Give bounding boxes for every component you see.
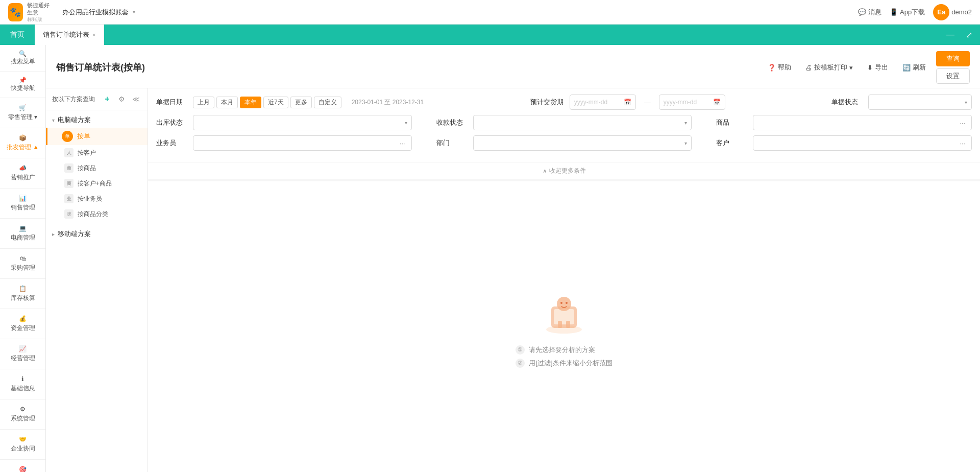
operations-label: 经营管理 (11, 354, 35, 363)
out-status-select[interactable]: ▾ (193, 115, 412, 130)
salesperson-select[interactable]: ··· (193, 135, 412, 151)
date-btn-this-year[interactable]: 本年 (240, 97, 261, 108)
marketing-icon: 📣 (19, 164, 27, 172)
date-placeholder-2: yyyy-mm-dd (664, 99, 697, 106)
page-actions: ❓ 帮助 🖨 按模板打印 ▾ ⬇ 导出 🔄 刷新 查询 (764, 51, 970, 84)
sidebar-item-operations[interactable]: 📈 经营管理 (0, 339, 45, 369)
print-dropdown-icon[interactable]: ▾ (849, 64, 853, 72)
sidebar-item-ecommerce[interactable]: 💻 电商管理 (0, 219, 45, 249)
header-right: 💬 消息 📱 App下载 Ea demo2 (858, 4, 972, 20)
goods-ellipsis[interactable]: ··· (958, 119, 967, 127)
salesperson-ellipsis[interactable]: ··· (398, 139, 407, 147)
query-button[interactable]: 查询 (936, 51, 970, 66)
export-btn[interactable]: ⬇ 导出 (863, 61, 892, 74)
receive-status-select[interactable]: ▾ (473, 115, 692, 130)
logo-text: 畅捷通好生意 标账版 (27, 2, 54, 23)
tab-close-icon[interactable]: × (92, 32, 95, 38)
date-btn-more[interactable]: 更多 (290, 97, 312, 108)
scheme-item-category[interactable]: 类 按商品分类 (46, 206, 148, 222)
settings-button[interactable]: 设置 (936, 68, 970, 84)
message-btn[interactable]: 💬 消息 (858, 8, 881, 17)
logo-area: 🐾 畅捷通好生意 标账版 (8, 2, 54, 23)
tip-num-2: ② (516, 359, 525, 368)
header-center: 办公用品行业模拟账套 ▾ (54, 8, 858, 17)
sidebar-item-sales[interactable]: 📊 销售管理 (0, 188, 45, 219)
expected-date-to[interactable]: yyyy-mm-dd 📅 (659, 95, 725, 110)
tab-home[interactable]: 首页 (0, 25, 35, 45)
sidebar-item-inventory[interactable]: 📋 库存核算 (0, 279, 45, 309)
sidebar-item-marketing[interactable]: 📣 营销推广 (0, 158, 45, 188)
filter-panel: 单据日期 上月 本月 本年 近7天 更多 自定义 2023-01-01 至 20… (148, 88, 980, 162)
receive-status-arrow: ▾ (684, 120, 687, 126)
scheme-pc-group[interactable]: ▾ 电脑端方案 (46, 112, 148, 128)
sidebar-item-retail[interactable]: 🛒 零售管理 ▾ (0, 98, 45, 128)
sidebar-item-purchase[interactable]: 🛍 采购管理 (0, 249, 45, 279)
scheme-item-salesperson[interactable]: 业 按业务员 (46, 191, 148, 206)
out-status-label: 出库状态 (156, 118, 187, 127)
export-label: 导出 (875, 63, 888, 72)
tab-bar: 首页 销售订单统计表 × — ⤢ (0, 25, 980, 45)
status-select[interactable]: ▾ (868, 95, 972, 110)
scheme-collapse-btn[interactable]: ≪ (130, 93, 141, 105)
department-select[interactable]: ▾ (473, 135, 692, 151)
sidebar-item-finance[interactable]: 💰 资金管理 (0, 309, 45, 339)
date-buttons: 上月 本月 本年 近7天 更多 自定义 (193, 97, 341, 108)
collapse-bar[interactable]: ∧ 收起更多条件 (148, 162, 980, 179)
sidebar-item-quicknav[interactable]: 📌 快捷导航 (0, 72, 45, 98)
maximize-btn[interactable]: ⤢ (962, 28, 976, 42)
calendar-icon-2[interactable]: 📅 (713, 99, 721, 106)
template-print-btn[interactable]: 🖨 按模板打印 ▾ (801, 61, 857, 74)
customer-scheme-label: 按客户 (78, 149, 96, 157)
date-btn-custom[interactable]: 自定义 (314, 97, 341, 108)
scheme-settings-btn[interactable]: ⚙ (116, 93, 127, 105)
sales-icon: 📊 (19, 195, 27, 202)
logo-icon: 🐾 (8, 3, 23, 21)
scheme-item-customer[interactable]: 人 按客户 (46, 145, 148, 160)
system-icon: ⚙ (20, 406, 26, 413)
sidebar-item-system[interactable]: ⚙ 系统管理 (0, 399, 45, 430)
tip-num-1: ① (516, 345, 525, 355)
finance-icon: 💰 (19, 315, 27, 322)
tab-sales-stats[interactable]: 销售订单统计表 × (35, 25, 104, 45)
empty-tip-1: ① 请先选择要分析的方案 (516, 345, 612, 355)
sidebar-item-basic-info[interactable]: ℹ 基础信息 (0, 369, 45, 399)
company-dropdown-icon[interactable]: ▾ (133, 9, 135, 15)
scheme-active-item[interactable]: 单 按单 (46, 128, 148, 145)
ecommerce-label: 电商管理 (11, 233, 35, 242)
date-btn-this-month[interactable]: 本月 (216, 97, 238, 108)
date-btn-7days[interactable]: 近7天 (263, 97, 288, 108)
calendar-icon-1[interactable]: 📅 (624, 99, 631, 106)
tip-text-2: 用[过滤]条件来缩小分析范围 (529, 359, 612, 368)
status-dropdown-icon: ▾ (965, 100, 967, 105)
customer-ellipsis[interactable]: ··· (958, 139, 967, 147)
sidebar-item-search[interactable]: 🔍 搜索菜单 (0, 45, 45, 72)
app-download-btn[interactable]: 📱 App下载 (890, 8, 925, 17)
scheme-item-customer-goods[interactable]: 商 按客户+商品 (46, 176, 148, 191)
goods-scheme-icon: 商 (64, 163, 74, 173)
sidebar-item-enterprise[interactable]: 🤝 企业协同 (0, 430, 45, 460)
scheme-add-btn[interactable]: + (102, 93, 113, 105)
purchase-icon: 🛍 (20, 255, 26, 262)
wholesale-icon: 📦 (19, 134, 27, 141)
basic-info-label: 基础信息 (11, 384, 35, 393)
customer-scheme-icon: 人 (64, 148, 74, 157)
date-btn-last-month[interactable]: 上月 (193, 97, 214, 108)
refresh-btn[interactable]: 🔄 刷新 (898, 61, 930, 74)
scheme-item-goods[interactable]: 商 按商品 (46, 160, 148, 176)
salesperson-scheme-icon: 业 (64, 194, 74, 203)
sidebar-item-wholesale[interactable]: 📦 批发管理 ▲ (0, 128, 45, 158)
user-area[interactable]: Ea demo2 (933, 4, 972, 20)
customer-select[interactable]: ··· (753, 135, 972, 151)
minimize-btn[interactable]: — (943, 28, 958, 42)
goods-scheme-label: 按商品 (78, 164, 96, 173)
salesperson-scheme-label: 按业务员 (78, 195, 102, 203)
help-btn[interactable]: ❓ 帮助 (764, 61, 795, 74)
scheme-mobile-group[interactable]: ▸ 移动端方案 (46, 226, 148, 242)
goods-select[interactable]: ··· (753, 115, 972, 130)
sidebar-item-newbie[interactable]: 🎯 新手引导 (0, 460, 45, 472)
wholesale-label: 批发管理 ▲ (7, 143, 39, 152)
customer-goods-icon: 商 (64, 179, 74, 188)
app-download-icon: 📱 (890, 8, 898, 16)
expected-date-from[interactable]: yyyy-mm-dd 📅 (570, 95, 636, 110)
top-header: 🐾 畅捷通好生意 标账版 办公用品行业模拟账套 ▾ 💬 消息 📱 App下载 E… (0, 0, 980, 25)
